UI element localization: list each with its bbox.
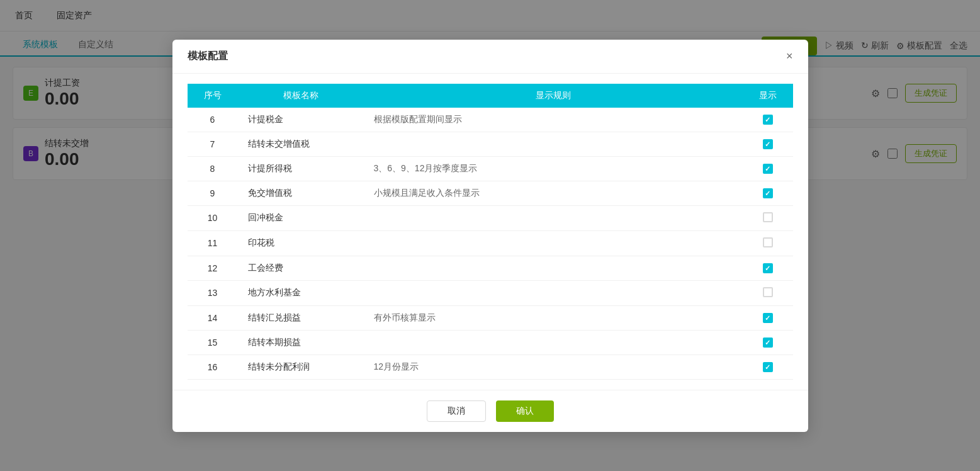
config-table: 序号 模板名称 显示规则 显示 6计提税金根据模版配置期间显示7结转未交增值税8… [188,84,793,380]
checkbox-7[interactable] [763,287,773,297]
modal-title: 模板配置 [188,50,228,63]
cell-name-9: 结转本期损益 [238,330,364,355]
checkbox-1[interactable] [763,139,773,149]
cell-name-8: 结转汇兑损益 [238,305,364,330]
table-row: 14结转汇兑损益有外币核算显示 [188,305,793,330]
cell-check-10 [743,355,793,379]
cell-check-4 [743,205,793,230]
table-row: 12工会经费 [188,256,793,280]
table-row: 10回冲税金 [188,205,793,230]
cell-rule-5 [364,230,743,256]
cell-rule-1 [364,132,743,156]
checkbox-10[interactable] [763,362,773,372]
cell-name-5: 印花税 [238,230,364,256]
cell-name-2: 计提所得税 [238,156,364,181]
cell-rule-9 [364,330,743,355]
cell-name-0: 计提税金 [238,108,364,132]
modal-overlay: 模板配置 × 序号 模板名称 显示规则 显示 6计提税金根据模版配置期间显 [0,0,980,471]
table-row: 15结转本期损益 [188,330,793,355]
modal-body: 序号 模板名称 显示规则 显示 6计提税金根据模版配置期间显示7结转未交增值税8… [172,74,808,390]
cell-name-6: 工会经费 [238,256,364,280]
cell-rule-10: 12月份显示 [364,355,743,379]
table-row: 6计提税金根据模版配置期间显示 [188,108,793,132]
cell-rule-4 [364,205,743,230]
cell-seq-6: 12 [188,256,238,280]
checkbox-8[interactable] [763,313,773,323]
modal-close-button[interactable]: × [786,50,793,62]
checkbox-4[interactable] [763,212,773,222]
col-header-seq: 序号 [188,84,238,108]
cell-seq-4: 10 [188,205,238,230]
cell-check-2 [743,156,793,181]
cell-check-8 [743,305,793,330]
table-row: 13地方水利基金 [188,280,793,305]
cell-rule-7 [364,280,743,305]
cell-check-0 [743,108,793,132]
modal-header: 模板配置 × [172,40,808,74]
checkbox-0[interactable] [763,115,773,125]
table-row: 7结转未交增值税 [188,132,793,156]
cell-rule-6 [364,256,743,280]
cell-seq-10: 16 [188,355,238,379]
cell-name-7: 地方水利基金 [238,280,364,305]
cell-seq-5: 11 [188,230,238,256]
table-scroll-container[interactable]: 序号 模板名称 显示规则 显示 6计提税金根据模版配置期间显示7结转未交增值税8… [188,84,793,380]
confirm-button[interactable]: 确认 [496,400,554,422]
cell-check-5 [743,230,793,256]
cell-check-6 [743,256,793,280]
col-header-show: 显示 [743,84,793,108]
cell-name-4: 回冲税金 [238,205,364,230]
cell-check-7 [743,280,793,305]
cell-rule-8: 有外币核算显示 [364,305,743,330]
cancel-button[interactable]: 取消 [427,400,486,422]
cell-seq-2: 8 [188,156,238,181]
template-config-modal: 模板配置 × 序号 模板名称 显示规则 显示 6计提税金根据模版配置期间显 [172,40,808,432]
cell-check-9 [743,330,793,355]
cell-name-10: 结转未分配利润 [238,355,364,379]
cell-name-3: 免交增值税 [238,181,364,205]
modal-footer: 取消 确认 [172,390,808,432]
cell-name-1: 结转未交增值税 [238,132,364,156]
checkbox-9[interactable] [763,338,773,348]
cell-check-1 [743,132,793,156]
cell-seq-0: 6 [188,108,238,132]
checkbox-6[interactable] [763,263,773,273]
cell-seq-9: 15 [188,330,238,355]
col-header-name: 模板名称 [238,84,364,108]
checkbox-2[interactable] [763,164,773,174]
cell-rule-0: 根据模版配置期间显示 [364,108,743,132]
cell-seq-8: 14 [188,305,238,330]
col-header-rule: 显示规则 [364,84,743,108]
cell-rule-3: 小规模且满足收入条件显示 [364,181,743,205]
cell-seq-7: 13 [188,280,238,305]
cell-check-3 [743,181,793,205]
table-row: 16结转未分配利润12月份显示 [188,355,793,379]
cell-seq-3: 9 [188,181,238,205]
cell-rule-2: 3、6、9、12月按季度显示 [364,156,743,181]
table-row: 8计提所得税3、6、9、12月按季度显示 [188,156,793,181]
table-row: 9免交增值税小规模且满足收入条件显示 [188,181,793,205]
checkbox-5[interactable] [763,237,773,247]
cell-seq-1: 7 [188,132,238,156]
table-row: 11印花税 [188,230,793,256]
checkbox-3[interactable] [763,188,773,198]
